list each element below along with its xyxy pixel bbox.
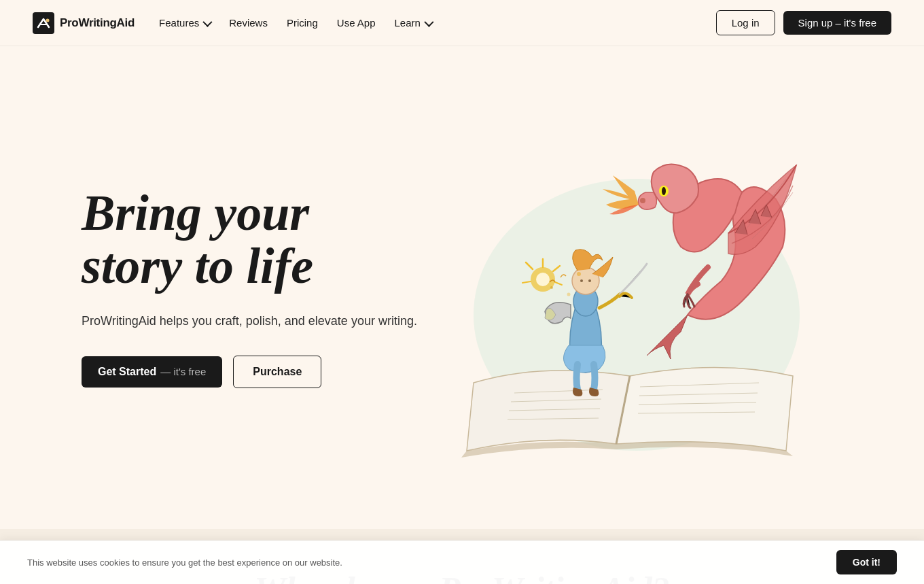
svg-point-22 xyxy=(640,198,645,203)
svg-point-25 xyxy=(577,272,581,276)
logo[interactable]: ProWritingAid xyxy=(33,12,135,34)
login-button[interactable]: Log in xyxy=(716,10,775,35)
features-link[interactable]: Features xyxy=(159,17,210,29)
got-it-button[interactable]: Got it! xyxy=(836,550,897,574)
learn-chevron-icon xyxy=(424,17,433,27)
nav-right: Log in Sign up – it's free xyxy=(716,10,891,35)
svg-rect-0 xyxy=(33,12,54,34)
nav-links: Features Reviews Pricing Use App xyxy=(159,17,431,29)
dragon-knight-scene-icon xyxy=(433,111,827,464)
book-icon xyxy=(461,368,793,458)
features-chevron-icon xyxy=(203,17,213,27)
nav-item-pricing[interactable]: Pricing xyxy=(287,17,318,29)
get-started-button[interactable]: Get Started — it's free xyxy=(82,356,222,388)
svg-point-13 xyxy=(580,279,583,282)
svg-point-14 xyxy=(588,279,591,282)
nav-item-reviews[interactable]: Reviews xyxy=(229,17,268,29)
hero-content: Bring your story to life ProWritingAid h… xyxy=(82,187,417,388)
svg-point-1 xyxy=(46,18,50,22)
reviews-link[interactable]: Reviews xyxy=(229,17,268,29)
learn-link[interactable]: Learn xyxy=(395,17,431,29)
purchase-button[interactable]: Purchase xyxy=(233,356,321,388)
nav-item-features[interactable]: Features xyxy=(159,17,210,29)
nav-left: ProWritingAid Features Reviews Pricing xyxy=(33,12,431,34)
svg-point-12 xyxy=(572,267,599,294)
nav-item-use-app[interactable]: Use App xyxy=(337,17,376,29)
hero-subtitle: ProWritingAid helps you craft, polish, a… xyxy=(82,312,417,331)
pricing-link[interactable]: Pricing xyxy=(287,17,318,29)
cookie-banner: This website uses cookies to ensure you … xyxy=(0,540,924,584)
cookie-text: This website uses cookies to ensure you … xyxy=(27,557,342,568)
use-app-link[interactable]: Use App xyxy=(337,17,376,29)
nav-item-learn[interactable]: Learn xyxy=(395,17,431,29)
logo-text: ProWritingAid xyxy=(60,16,135,30)
hero-title: Bring your story to life xyxy=(82,187,417,292)
hero-illustration xyxy=(417,111,842,464)
signup-button[interactable]: Sign up – it's free xyxy=(783,11,891,35)
hero-section: Bring your story to life ProWritingAid h… xyxy=(0,46,924,529)
navigation: ProWritingAid Features Reviews Pricing xyxy=(0,0,924,46)
svg-point-26 xyxy=(550,286,553,289)
svg-point-24 xyxy=(662,187,666,195)
svg-point-27 xyxy=(567,293,570,296)
hero-buttons: Get Started — it's free Purchase xyxy=(82,356,417,388)
logo-icon xyxy=(33,12,54,34)
svg-point-16 xyxy=(536,273,550,286)
